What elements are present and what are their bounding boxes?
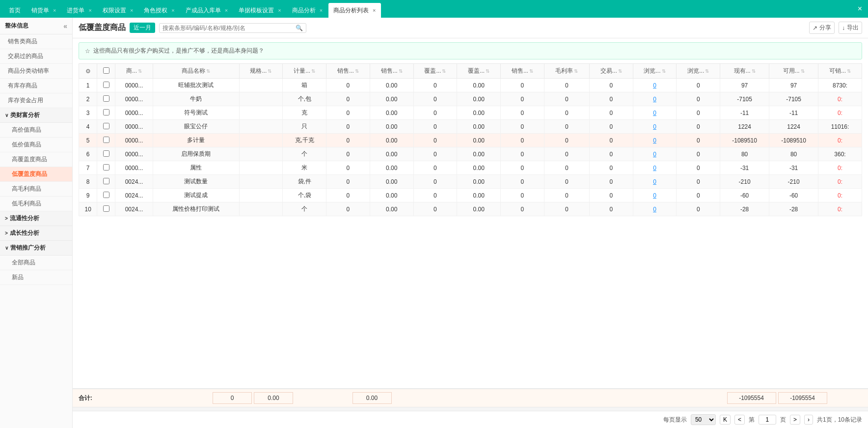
nav-tab-purchase[interactable]: 进货单 × [62,3,96,18]
horizontal-scrollbar[interactable] [73,407,868,411]
sidebar-item-inventory-capital[interactable]: 库存资金占用 [0,93,72,108]
sort-unit-icon[interactable]: ⇅ [311,68,315,74]
share-button[interactable]: ↗ 分享 [809,22,835,34]
sidebar-item-new-goods[interactable]: 新品 [0,270,72,285]
first-page-button[interactable]: K [720,415,731,425]
nav-tab-goods-analysis-close[interactable]: × [320,7,323,13]
close-all-tabs-button[interactable]: × [856,2,864,15]
sort-spec-icon[interactable]: ⇅ [268,68,271,74]
sort-coverage2-icon[interactable]: ⇅ [486,68,489,74]
table-header-row: ⚙ 商...⇅ 商品名称⇅ 规格...⇅ 计量...⇅ 销售...⇅ 销售...… [79,64,862,79]
page-number-input[interactable] [759,415,776,425]
row-checkbox[interactable] [97,106,115,120]
row-browse1[interactable]: 0 [633,92,677,106]
row-checkbox[interactable] [97,134,115,147]
sidebar-group-wealth-analysis[interactable]: ∨ 类财富分析 [0,108,72,123]
date-filter-button[interactable]: 近一月 [130,23,155,33]
row-select-checkbox[interactable] [103,178,109,184]
sidebar-group-growth[interactable]: > 成长性分析 [0,226,72,241]
sidebar-item-sales-goods[interactable]: 销售类商品 [0,34,72,49]
sidebar-item-all-goods[interactable]: 全部商品 [0,256,72,270]
row-browse1[interactable]: 0 [633,175,677,189]
row-browse1[interactable]: 0 [633,189,677,202]
row-browse1[interactable]: 0 [633,79,677,92]
nav-tab-home[interactable]: 首页 [4,3,26,18]
search-input[interactable] [163,25,294,31]
row-select-checkbox[interactable] [103,137,109,143]
sort-coverage1-icon[interactable]: ⇅ [442,68,446,74]
sidebar-collapse-button[interactable]: « [63,22,67,30]
sidebar-group-liquidity[interactable]: > 流通性分析 [0,211,72,226]
select-all-checkbox[interactable] [103,67,109,74]
nav-tab-template-close[interactable]: × [278,7,281,13]
next-page-button[interactable]: > [790,415,800,425]
sidebar-item-stocked-goods[interactable]: 有库存商品 [0,79,72,93]
row-checkbox[interactable] [97,79,115,92]
sidebar-item-traded-goods[interactable]: 交易过的商品 [0,49,72,64]
row-checkbox[interactable] [97,189,115,202]
page-size-select[interactable]: 50 20 100 [691,414,716,425]
nav-tab-template[interactable]: 单据模板设置 × [234,3,286,18]
prev-page-button[interactable]: < [734,415,745,425]
nav-tab-sales-close[interactable]: × [53,7,56,13]
sidebar-item-low-value[interactable]: 低价值商品 [0,138,72,152]
row-checkbox[interactable] [97,202,115,216]
nav-tab-goods-analysis[interactable]: 商品分析 × [287,3,327,18]
export-button[interactable]: ↓ 导出 [839,22,862,34]
row-browse1[interactable]: 0 [633,120,677,134]
sort-gross-rate-icon[interactable]: ⇅ [574,68,578,74]
row-select-checkbox[interactable] [103,95,109,102]
row-select-checkbox[interactable] [103,123,109,129]
sidebar-group-marketing[interactable]: ∨ 营销推广分析 [0,241,72,256]
sort-current-stock-icon[interactable]: ⇅ [752,68,756,74]
nav-tab-permission[interactable]: 权限设置 × [98,3,138,18]
col-checkbox[interactable] [97,64,115,79]
row-browse1[interactable]: 0 [633,147,677,161]
nav-tab-role-close[interactable]: × [171,7,174,13]
column-settings-icon[interactable]: ⚙ [85,68,91,75]
nav-tab-goods-analysis-list-close[interactable]: × [373,7,376,13]
nav-tab-purchase-close[interactable]: × [88,7,91,13]
nav-tab-permission-close[interactable]: × [130,7,133,13]
sort-sales-count-icon[interactable]: ⇅ [355,68,359,74]
row-browse1[interactable]: 0 [633,161,677,175]
sidebar-item-low-margin[interactable]: 低毛利商品 [0,197,72,211]
row-select-checkbox[interactable] [103,205,109,212]
sort-sales-amount-icon[interactable]: ⇅ [399,68,403,74]
sidebar-item-low-coverage[interactable]: 低覆盖度商品 [0,167,72,182]
sort-transaction-icon[interactable]: ⇅ [618,68,622,74]
sort-code-icon[interactable]: ⇅ [138,68,142,74]
col-settings[interactable]: ⚙ [79,64,97,79]
row-checkbox[interactable] [97,147,115,161]
nav-tab-goods-analysis-list[interactable]: 商品分析列表 × [328,3,380,18]
sort-available-icon[interactable]: ⇅ [801,68,805,74]
search-icon[interactable]: 🔍 [296,25,303,31]
row-browse1[interactable]: 0 [633,134,677,147]
row-checkbox[interactable] [97,175,115,189]
sort-sellable-icon[interactable]: ⇅ [847,68,851,74]
sort-browse2-icon[interactable]: ⇅ [705,68,709,74]
nav-tab-role[interactable]: 角色授权 × [139,3,179,18]
row-browse1[interactable]: 0 [633,202,677,216]
row-select-checkbox[interactable] [103,192,109,198]
row-select-checkbox[interactable] [103,82,109,88]
sidebar-item-category-sales-rate[interactable]: 商品分类动销率 [0,64,72,79]
row-checkbox[interactable] [97,120,115,134]
row-checkbox[interactable] [97,92,115,106]
nav-tab-product-inbound[interactable]: 产成品入库单 × [181,3,233,18]
row-select-checkbox[interactable] [103,109,109,115]
sort-browse1-icon[interactable]: ⇅ [662,68,666,74]
sidebar-item-high-value[interactable]: 高价值商品 [0,123,72,138]
row-checkbox[interactable] [97,161,115,175]
row-browse1[interactable]: 0 [633,106,677,120]
table-container[interactable]: ⚙ 商...⇅ 商品名称⇅ 规格...⇅ 计量...⇅ 销售...⇅ 销售...… [79,63,862,388]
sort-sales2-icon[interactable]: ⇅ [529,68,533,74]
nav-tab-product-inbound-close[interactable]: × [225,7,228,13]
row-select-checkbox[interactable] [103,150,109,157]
sort-name-icon[interactable]: ⇅ [206,68,210,74]
row-select-checkbox[interactable] [103,164,109,171]
last-page-button[interactable]: › [804,415,813,425]
sidebar-item-high-margin[interactable]: 高毛利商品 [0,182,72,197]
sidebar-item-high-coverage[interactable]: 高覆盖度商品 [0,152,72,167]
nav-tab-sales[interactable]: 销货单 × [27,3,61,18]
